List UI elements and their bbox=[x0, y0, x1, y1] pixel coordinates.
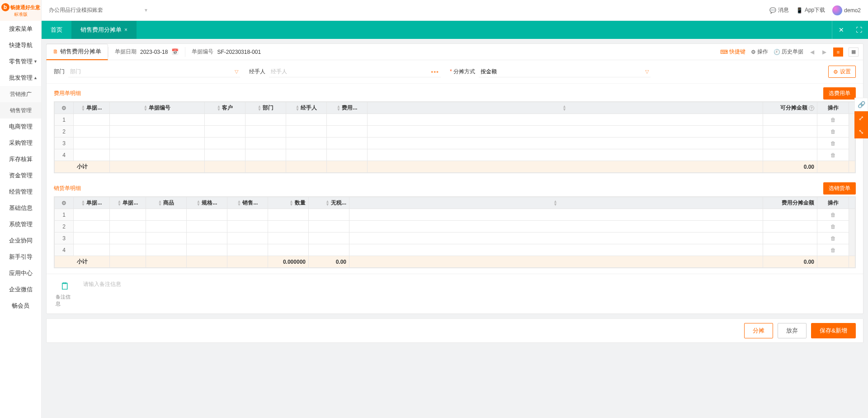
sidebar-item-wholesale[interactable]: 批发管理▲ bbox=[0, 70, 41, 86]
table-row[interactable]: 1🗑 bbox=[55, 209, 855, 221]
col-spec[interactable]: ▲▼规格... bbox=[187, 197, 227, 209]
messages-button[interactable]: 💬消息 bbox=[769, 6, 789, 14]
col-blank2[interactable]: ▲▼ bbox=[349, 197, 763, 209]
save-and-new-button[interactable]: 保存&新增 bbox=[811, 323, 856, 338]
col-fee-alloc-amount[interactable]: 费用分摊金额 bbox=[763, 197, 817, 209]
shortcut-button[interactable]: ⌨快捷键 bbox=[720, 48, 745, 56]
gear-icon: ⚙ bbox=[61, 200, 66, 206]
next-doc-button[interactable]: ▶ bbox=[821, 49, 828, 55]
close-icon[interactable]: × bbox=[124, 27, 127, 33]
alloc-select[interactable] bbox=[479, 66, 651, 77]
prev-doc-button[interactable]: ◀ bbox=[809, 49, 816, 55]
col-scroll2 bbox=[849, 197, 855, 209]
delete-icon[interactable]: 🗑 bbox=[830, 152, 836, 158]
history-button[interactable]: 🕘历史单据 bbox=[774, 48, 803, 56]
delete-icon[interactable]: 🗑 bbox=[830, 247, 836, 253]
col-handler[interactable]: ▲▼经手人 bbox=[286, 102, 327, 114]
remarks-section: 🗒 备注信息 bbox=[47, 274, 863, 314]
expand-button[interactable]: ⤢ bbox=[854, 111, 868, 125]
col-doc-no[interactable]: ▲▼单据编号 bbox=[110, 102, 205, 114]
tab-sales-fee-alloc[interactable]: 销售费用分摊单× bbox=[71, 21, 137, 39]
table-row[interactable]: 2🗑 bbox=[55, 126, 855, 138]
app-download-button[interactable]: 📱App下载 bbox=[796, 6, 825, 14]
sidebar-item-purchase[interactable]: 采购管理 bbox=[0, 135, 41, 151]
delete-icon[interactable]: 🗑 bbox=[830, 223, 836, 230]
delete-icon[interactable]: 🗑 bbox=[830, 235, 836, 242]
sidebar-item-operation[interactable]: 经营管理 bbox=[0, 184, 41, 200]
doc-date-value[interactable]: 2023-03-18 bbox=[140, 49, 168, 55]
col-blank[interactable]: ▲▼ bbox=[368, 102, 763, 114]
sidebar-item-search-menu[interactable]: 搜索菜单 bbox=[0, 21, 41, 37]
col-gear[interactable]: ⚙ bbox=[55, 102, 74, 114]
table-row[interactable]: 3🗑 bbox=[55, 233, 855, 244]
help-icon[interactable]: ? bbox=[809, 105, 814, 111]
document-icon: 🗎 bbox=[53, 48, 58, 55]
gear-icon: ⚙ bbox=[751, 49, 756, 55]
sidebar-item-wechat[interactable]: 企业微信 bbox=[0, 281, 41, 298]
sidebar-item-apps[interactable]: 应用中心 bbox=[0, 265, 41, 281]
col-s2[interactable]: ▲▼单据... bbox=[110, 197, 146, 209]
delete-icon[interactable]: 🗑 bbox=[830, 140, 836, 147]
table-row[interactable]: 1🗑 bbox=[55, 114, 855, 126]
operate-button[interactable]: ⚙操作 bbox=[751, 48, 768, 56]
sidebar-item-inventory[interactable]: 库存核算 bbox=[0, 151, 41, 167]
select-fee-doc-button[interactable]: 选费用单 bbox=[823, 87, 856, 100]
col-alloc-amount[interactable]: 可分摊金额? bbox=[763, 102, 817, 114]
col-gear[interactable]: ⚙ bbox=[55, 197, 74, 209]
settings-button[interactable]: ⚙设置 bbox=[828, 66, 856, 78]
sidebar-item-ecommerce[interactable]: 电商管理 bbox=[0, 119, 41, 135]
discard-button[interactable]: 放弃 bbox=[778, 323, 807, 338]
col-product[interactable]: ▲▼商品 bbox=[146, 197, 187, 209]
sidebar-item-marketing[interactable]: 营销推广 bbox=[0, 86, 41, 102]
sidebar-item-sales-mgmt[interactable]: 销售管理 bbox=[0, 102, 41, 119]
sidebar-item-member[interactable]: 畅会员 bbox=[0, 298, 41, 314]
sidebar-item-quick-nav[interactable]: 快捷导航 bbox=[0, 37, 41, 53]
col-customer[interactable]: ▲▼客户 bbox=[205, 102, 245, 114]
calendar-icon[interactable]: 📅 bbox=[171, 48, 179, 55]
document-title: 销售费用分摊单 bbox=[60, 48, 101, 56]
delete-icon[interactable]: 🗑 bbox=[830, 212, 836, 218]
col-dept[interactable]: ▲▼部门 bbox=[245, 102, 286, 114]
sidebar-item-basic[interactable]: 基础信息 bbox=[0, 200, 41, 216]
table-row[interactable]: 4🗑 bbox=[55, 244, 855, 256]
dept-input[interactable] bbox=[68, 66, 240, 77]
chevron-up-icon: ▲ bbox=[33, 76, 38, 80]
tab-home[interactable]: 首页 bbox=[42, 21, 71, 39]
sidebar-item-finance[interactable]: 资金管理 bbox=[0, 167, 41, 184]
collapse-button[interactable]: ⤡ bbox=[854, 125, 868, 138]
fullscreen-button[interactable]: ⛶ bbox=[850, 21, 868, 39]
col-sales[interactable]: ▲▼销售... bbox=[227, 197, 268, 209]
doc-no-label: 单据编号 bbox=[192, 48, 213, 56]
remarks-label: 备注信息 bbox=[56, 294, 75, 307]
attachment-button[interactable]: 🔗 bbox=[854, 98, 868, 111]
col-s1[interactable]: ▲▼单据... bbox=[74, 197, 110, 209]
delete-icon[interactable]: 🗑 bbox=[830, 128, 836, 135]
handler-label: 经手人 bbox=[249, 68, 265, 76]
sidebar-item-guide[interactable]: 新手引导 bbox=[0, 249, 41, 265]
view-card-button[interactable]: ▦ bbox=[849, 48, 859, 57]
table-row[interactable]: 3🗑 bbox=[55, 138, 855, 149]
select-sales-doc-button[interactable]: 选销货单 bbox=[823, 182, 856, 195]
col-fee[interactable]: ▲▼费用... bbox=[327, 102, 368, 114]
handler-input[interactable] bbox=[269, 66, 441, 77]
subtotal-row: 小计0.00 bbox=[55, 161, 855, 173]
sidebar-item-system[interactable]: 系统管理 bbox=[0, 216, 41, 233]
table-row[interactable]: 2🗑 bbox=[55, 221, 855, 233]
view-list-button[interactable]: ≡ bbox=[833, 48, 843, 57]
delete-icon[interactable]: 🗑 bbox=[830, 117, 836, 123]
floating-tools: 🔗 ⤢ ⤡ bbox=[854, 98, 868, 138]
account-book-selector[interactable]: 办公用品行业模拟账套 ▼ bbox=[49, 6, 148, 14]
document-tab[interactable]: 🗎 销售费用分摊单 bbox=[46, 44, 108, 60]
remarks-input[interactable] bbox=[83, 280, 854, 299]
table-row[interactable]: 4🗑 bbox=[55, 149, 855, 161]
col-notax[interactable]: ▲▼无税... bbox=[309, 197, 349, 209]
user-menu[interactable]: demo2 bbox=[832, 5, 861, 15]
allocate-button[interactable]: 分摊 bbox=[744, 323, 773, 338]
sidebar-item-collab[interactable]: 企业协同 bbox=[0, 233, 41, 249]
close-all-tabs-button[interactable]: ✕ bbox=[832, 21, 850, 39]
topbar: 办公用品行业模拟账套 ▼ 💬消息 📱App下载 demo2 bbox=[42, 0, 868, 21]
gear-icon: ⚙ bbox=[61, 105, 66, 111]
sidebar-item-retail[interactable]: 零售管理▼ bbox=[0, 53, 41, 70]
col-qty[interactable]: ▲▼数量 bbox=[268, 197, 309, 209]
col-doc-date[interactable]: ▲▼单据... bbox=[74, 102, 110, 114]
